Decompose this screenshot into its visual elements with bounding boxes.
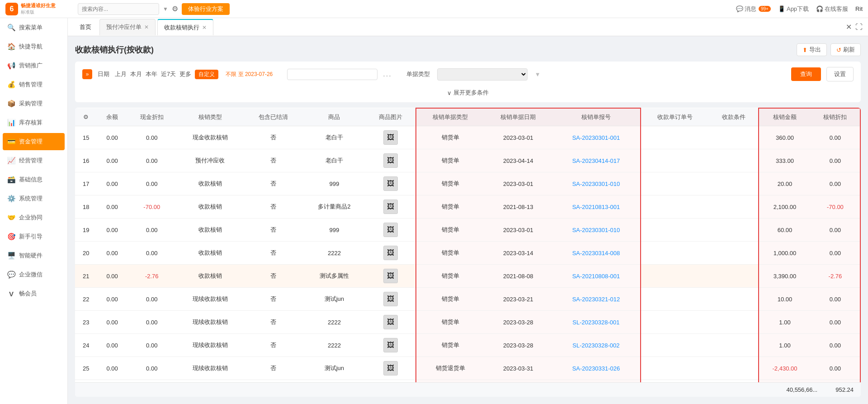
query-button[interactable]: 查询 <box>791 67 821 81</box>
hardware-icon: 🖥️ <box>7 252 15 260</box>
partner-input[interactable] <box>287 69 377 80</box>
user-area[interactable]: Rit <box>855 5 863 12</box>
close-window-icon[interactable]: ✕ <box>846 23 852 31</box>
cell-includes-settled: 否 <box>244 195 302 219</box>
bill-report-no-link[interactable]: SL-20230328-001 <box>572 319 619 326</box>
date-last-month[interactable]: 上月 <box>115 70 127 78</box>
tab-prepayment-close-icon[interactable]: ✕ <box>144 24 149 30</box>
cell-product-image: 🖼 <box>366 126 416 149</box>
cell-product-image: 🖼 <box>366 242 416 265</box>
sidebar-item-hardware[interactable]: 🖥️ 智能硬件 <box>0 246 67 265</box>
footer-total-discount: 952.24 <box>835 386 854 393</box>
sidebar-item-collab[interactable]: 🤝 企业协同 <box>0 208 67 227</box>
cell-includes-settled: 否 <box>244 219 302 242</box>
app-download-button[interactable]: 📱 App下载 <box>778 5 809 13</box>
cell-id: 16 <box>75 149 97 172</box>
bill-report-no-link[interactable]: SA-20230321-012 <box>572 296 620 303</box>
sidebar-item-sales[interactable]: 💰 销售管理 <box>0 75 67 94</box>
tab-verify-close-icon[interactable]: ✕ <box>202 24 207 31</box>
cell-product: 老白干 <box>302 149 366 172</box>
settings-gear-icon[interactable]: ⚙ <box>172 5 178 13</box>
cell-bill-report-date: 2023-03-21 <box>484 288 552 311</box>
cell-product-image: 🖼 <box>366 357 416 380</box>
date-more[interactable]: 更多 <box>179 70 191 78</box>
date-custom[interactable]: 自定义 <box>195 70 218 79</box>
cell-receipt-order-no <box>641 219 709 242</box>
date-this-month[interactable]: 本月 <box>130 70 142 78</box>
tab-bar: 首页 预付冲应付单 ✕ 收款核销执行 ✕ ✕ ⛶ <box>68 18 868 36</box>
logo-icon: 6 <box>5 3 18 15</box>
table-body: 15 0.00 0.00 现金收款核销 否 老白干 🖼 销货单 2023-03-… <box>75 126 860 383</box>
cell-receipt-condition <box>709 242 759 265</box>
cell-bill-report-type: 销货单 <box>416 195 485 219</box>
sidebar-item-finance[interactable]: 💳 资金管理 <box>3 133 65 150</box>
sidebar-item-nav[interactable]: 🏠 快捷导航 <box>0 37 67 56</box>
date-7days[interactable]: 近7天 <box>161 70 176 78</box>
dropdown-arrow-icon[interactable]: ▼ <box>163 6 168 12</box>
cell-bill-report-no: SA-20210808-001 <box>552 265 640 288</box>
cell-verify-discount: 0.00 <box>811 242 860 265</box>
bill-report-no-link[interactable]: SA-20230301-001 <box>572 134 620 141</box>
expand-more-label: 展开更多条件 <box>453 89 489 97</box>
cell-bill-report-date: 2021-08-13 <box>484 195 552 219</box>
cell-receipt-order-no <box>641 334 709 357</box>
maximize-icon[interactable]: ⛶ <box>855 23 863 31</box>
solution-button[interactable]: 体验行业方案 <box>182 3 230 15</box>
cell-includes-settled: 否 <box>244 172 302 195</box>
bill-type-select[interactable] <box>437 68 528 81</box>
sidebar-item-marketing[interactable]: 📢 营销推广 <box>0 56 67 75</box>
bill-report-no-link[interactable]: SA-20210813-001 <box>572 204 620 210</box>
tab-prepayment[interactable]: 预付冲应付单 ✕ <box>99 19 156 35</box>
cell-balance: 0.00 <box>97 265 127 288</box>
bill-report-no-link[interactable]: SA-20210808-001 <box>572 273 620 280</box>
sidebar-item-system[interactable]: ⚙️ 系统管理 <box>0 189 67 208</box>
table-row: 23 0.00 0.00 现续收款核销 否 2222 🖼 销货单 2023-03… <box>75 311 860 334</box>
th-settings[interactable]: ⚙ <box>75 108 97 126</box>
filter-settings-button[interactable]: 设置 <box>826 67 854 81</box>
bill-report-no-link[interactable]: SL-20230328-002 <box>572 342 619 349</box>
sidebar-label-nav: 快捷导航 <box>19 43 42 51</box>
sidebar-item-search[interactable]: 🔍 搜索菜单 <box>0 18 67 37</box>
cell-bill-report-no: SA-20230321-012 <box>552 288 640 311</box>
cell-verify-amount: 10.00 <box>759 288 811 311</box>
bill-report-no-link[interactable]: SA-20230314-008 <box>572 250 620 257</box>
cell-balance: 0.00 <box>97 195 127 219</box>
filter-expand-button[interactable]: » <box>82 69 92 79</box>
online-service-button[interactable]: 🎧 在线客服 <box>816 5 848 13</box>
date-this-year[interactable]: 本年 <box>146 70 157 78</box>
expand-more-button[interactable]: ∨ 展开更多条件 <box>447 89 489 97</box>
logo-name: 畅捷通谁好生意 <box>21 2 56 9</box>
bill-report-no-link[interactable]: SA-20230301-010 <box>572 227 620 233</box>
cell-product-image: 🖼 <box>366 149 416 172</box>
bill-report-no-link[interactable]: SA-20230414-017 <box>572 157 620 164</box>
bill-report-no-link[interactable]: SA-20230331-026 <box>572 365 620 372</box>
bill-report-no-link[interactable]: SA-20230301-010 <box>572 181 620 187</box>
refresh-icon: ↺ <box>836 47 841 53</box>
sidebar-item-inventory[interactable]: 📊 库存核算 <box>0 113 67 132</box>
sidebar-item-basic-info[interactable]: 🗃️ 基础信息 <box>0 170 67 189</box>
sidebar-item-member[interactable]: V 畅会员 <box>0 284 67 303</box>
cell-id: 24 <box>75 334 97 357</box>
cell-receipt-condition <box>709 195 759 219</box>
sidebar-item-wechat[interactable]: 💬 企业微信 <box>0 265 67 284</box>
date-filter-label: 日期 <box>98 70 109 78</box>
cell-verify-amount: 3,390.00 <box>759 265 811 288</box>
tab-verify[interactable]: 收款核销执行 ✕ <box>157 19 213 35</box>
partner-dots[interactable]: ... <box>383 70 392 78</box>
sidebar-item-purchase[interactable]: 📦 采购管理 <box>0 94 67 113</box>
export-button[interactable]: ⬆ 导出 <box>797 43 827 56</box>
cell-receipt-condition <box>709 126 759 149</box>
sidebar-item-operations[interactable]: 📈 经营管理 <box>0 151 67 170</box>
cell-receipt-condition <box>709 357 759 380</box>
marketing-icon: 📢 <box>7 62 15 70</box>
top-search-input[interactable] <box>78 3 159 15</box>
cell-product-image: 🖼 <box>366 219 416 242</box>
cell-receipt-order-no <box>641 288 709 311</box>
table-scroll[interactable]: ⚙ 余额 现金折扣 核销类型 包含已结清 商品 商品图片 核销单据类型 核销单据… <box>75 108 861 382</box>
sidebar-item-guide[interactable]: 🎯 新手引导 <box>0 227 67 246</box>
refresh-button[interactable]: ↺ 刷新 <box>830 43 861 56</box>
cell-id: 23 <box>75 311 97 334</box>
table-row: 19 0.00 0.00 收款核销 否 999 🖼 销货单 2023-03-01… <box>75 219 860 242</box>
message-button[interactable]: 💬 消息 99+ <box>736 5 771 13</box>
tab-home[interactable]: 首页 <box>73 19 98 35</box>
